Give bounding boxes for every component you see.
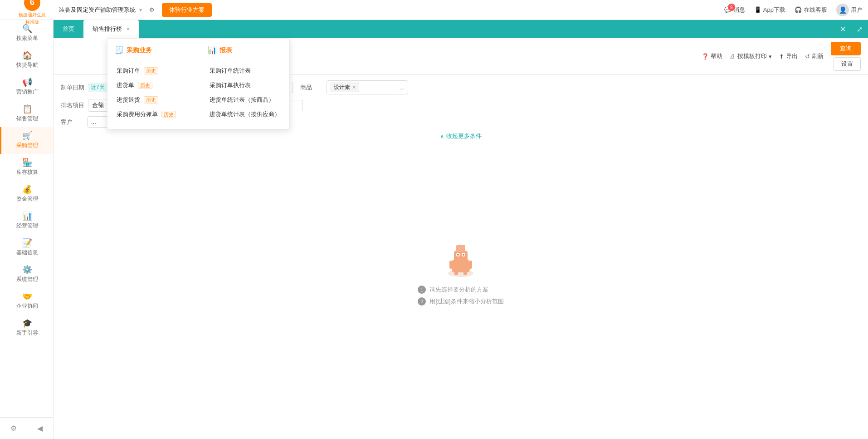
logo-tag: 畅捷通好生意 [19, 12, 46, 18]
sidebar-item-inventory[interactable]: 🏪 库存核算 [0, 154, 53, 181]
print-btn[interactable]: 🖨 按模板打印 ▾ [730, 52, 772, 60]
sidebar-item-operations[interactable]: 📊 经营管理 [0, 207, 53, 234]
sidebar-item-sales[interactable]: 📋 销售管理 [0, 100, 53, 127]
sidebar-item-purchase[interactable]: 🛒 采购管理 [0, 127, 53, 154]
report-title-icon: 📊 [208, 46, 217, 54]
collapse-btn[interactable]: ∧ 收起更多条件 [61, 132, 861, 140]
sidebar-item-system[interactable]: ⚙️ 系统管理 [0, 261, 53, 288]
product-label: 商品 [300, 84, 323, 92]
product-tag-text: 设计素 [334, 84, 350, 91]
inbound-label: 进货单 [117, 81, 134, 89]
headset-icon: 🎧 [795, 6, 802, 13]
avatar: 👤 [836, 4, 849, 16]
chart-icon: 📊 [22, 212, 32, 220]
sidebar-label-inventory: 库存核算 [16, 168, 38, 176]
inbound-return-label: 进货退货 [117, 96, 140, 104]
dropdown-inbound[interactable]: 进货单 历史 [115, 78, 178, 93]
print-arrow-icon: ▾ [769, 53, 772, 60]
setting-button[interactable]: 设置 [834, 57, 861, 71]
sidebar-item-quick-nav[interactable]: 🏠 快捷导航 [0, 47, 53, 74]
product-tag-close-icon[interactable]: ✕ [352, 84, 356, 90]
gear-icon: ⚙️ [22, 266, 32, 274]
sidebar-bottom: ⚙ ◀ [0, 417, 53, 439]
empty-illustration [438, 235, 483, 280]
industry-button[interactable]: 体验行业方案 [162, 3, 212, 17]
phone-icon: 📱 [754, 6, 761, 13]
tip-num-2: 2 [418, 297, 426, 306]
sidebar-item-enterprise[interactable]: 🤝 企业协同 [0, 288, 53, 315]
help-label: 帮助 [711, 52, 722, 60]
store-icon: 🏪 [22, 158, 32, 167]
logo-icon: 6 [24, 0, 40, 11]
sidebar-item-finance[interactable]: 💰 资金管理 [0, 181, 53, 207]
settings-icon-btn[interactable]: ⚙ [146, 4, 158, 16]
dropdown-purchase-order[interactable]: 采购订单 历史 [115, 64, 178, 78]
doc-icon: 📝 [22, 239, 32, 247]
user-btn[interactable]: 👤 用户 [836, 4, 863, 16]
top-bar: 6 畅捷通好生意 标准版 装备及固定资产辅助管理系统 ▾ ⚙ 体验行业方案 💬 … [0, 0, 868, 20]
query-button[interactable]: 查询 [831, 42, 861, 55]
purchase-expense-history-badge: 历史 [161, 111, 176, 118]
tab-close-icon[interactable]: × [127, 26, 130, 32]
bottom-collapse-icon[interactable]: ◀ [35, 422, 44, 434]
inbound-stats-supplier-label: 进货单统计表（按供应商） [210, 110, 280, 118]
tab-home-label: 首页 [63, 25, 74, 33]
dropdown-inbound-stats-product[interactable]: 进货单统计表（按商品） [208, 93, 282, 107]
rank-value: 金额 [92, 101, 104, 109]
customer-label: 客户 [61, 118, 83, 126]
help-btn[interactable]: ❓ 帮助 [702, 52, 722, 60]
online-service-label: 在线客服 [804, 6, 827, 14]
sidebar-label-basic-info: 基础信息 [16, 249, 38, 256]
main-layout: 🔍 搜索菜单 🏠 快捷导航 📢 营销推广 📋 销售管理 🛒 采购管理 🏪 库存核… [0, 20, 868, 439]
tab-bar-expand-icon[interactable]: ⤢ [851, 25, 868, 34]
export-label: 导出 [786, 52, 798, 60]
product-input[interactable]: 设计素 ✕ ... [327, 80, 408, 94]
dropdown-purchase-expense[interactable]: 采购费用分摊单 历史 [115, 107, 178, 122]
dropdown-purchase-order-stats[interactable]: 采购订单统计表 [208, 64, 282, 78]
tab-bar-close-icon[interactable]: ✕ [834, 25, 851, 34]
dropdown-inbound-return[interactable]: 进货退货 历史 [115, 93, 178, 107]
svg-rect-2 [454, 251, 468, 262]
dropdown-inbound-stats-supplier[interactable]: 进货单统计表（按供应商） [208, 107, 282, 122]
purchase-section-label: 采购业务 [127, 46, 152, 54]
svg-point-7 [463, 254, 464, 256]
product-dots[interactable]: ... [399, 84, 404, 91]
report-section-label: 报表 [219, 46, 232, 54]
logo-sub: 标准版 [25, 19, 39, 25]
export-btn[interactable]: ⬆ 导出 [779, 52, 798, 60]
top-right: 💬 9 消息 📱 App下载 🎧 在线客服 👤 用户 [724, 4, 863, 16]
system-title-arrow-icon[interactable]: ▾ [139, 7, 142, 13]
sidebar-label-sales: 销售管理 [16, 115, 38, 123]
tab-sales-ranking[interactable]: 销售排行榜 × [83, 20, 139, 38]
app-download-btn[interactable]: 📱 App下载 [754, 6, 785, 14]
empty-robot-svg [438, 235, 483, 280]
sidebar-item-marketing[interactable]: 📢 营销推广 [0, 74, 53, 100]
bottom-settings-icon[interactable]: ⚙ [9, 422, 19, 434]
sidebar-label-quick-nav: 快捷导航 [16, 61, 38, 69]
user-label: 用户 [851, 6, 863, 14]
refresh-btn[interactable]: ↺ 刷新 [805, 52, 824, 60]
export-icon: ⬆ [779, 53, 784, 60]
report-section-title: 📊 报表 [208, 46, 282, 58]
guide-icon: 🎓 [22, 319, 32, 327]
inbound-stats-product-label: 进货单统计表（按商品） [210, 96, 274, 104]
rank-label: 排名项目 [61, 101, 84, 109]
online-service-btn[interactable]: 🎧 在线客服 [795, 6, 827, 14]
message-btn[interactable]: 💬 9 消息 [724, 6, 745, 14]
customer-dots: ... [91, 118, 96, 125]
svg-rect-11 [463, 269, 467, 275]
tab-bar: 首页 销售排行榜 × ✕ ⤢ [54, 20, 868, 38]
dropdown-menu: 🧾 采购业务 采购订单 历史 进货单 历史 进货退货 历史 采购费用分摊单 [107, 38, 290, 129]
sidebar-item-guide[interactable]: 🎓 新手引导 [0, 315, 53, 341]
date-chip-7days[interactable]: 近7天 [88, 83, 107, 92]
refresh-label: 刷新 [812, 52, 824, 60]
sidebar-item-basic-info[interactable]: 📝 基础信息 [0, 234, 53, 261]
cart-icon: 🛒 [22, 132, 32, 140]
purchase-order-label: 采购订单 [117, 67, 140, 75]
dropdown-purchase-order-exec[interactable]: 采购订单执行表 [208, 78, 282, 93]
empty-state: 1 请先选择要分析的方案 2 用[过滤]条件来缩小分析范围 [54, 146, 868, 439]
sidebar-label-operations: 经营管理 [16, 222, 38, 230]
sidebar-label-guide: 新手引导 [16, 329, 38, 337]
search-icon: 🔍 [22, 25, 32, 33]
dropdown-divider [193, 46, 193, 122]
